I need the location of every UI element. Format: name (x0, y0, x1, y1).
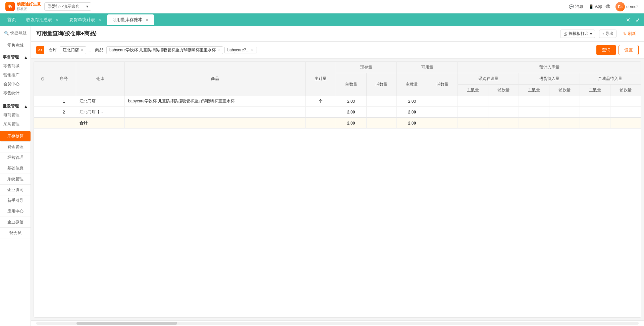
search-icon: 🔍 (4, 31, 9, 36)
th-stock: 现存量 (336, 62, 397, 73)
sidebar-search[interactable]: 🔍 快捷导航 (0, 26, 31, 40)
sidebar-item-basic[interactable]: 基础信息 (0, 163, 31, 174)
tab-order[interactable]: 要货单统计表 ✕ (64, 14, 107, 25)
sidebar-item-quick-nav[interactable]: 零售商城 (0, 40, 31, 51)
sidebar: 🔍 快捷导航 零售商城 零售管理 ▲ 零售商城 营销推广 会员中心 零售统计 批… (0, 26, 31, 326)
tab-bar-right: ✕ ⤢ (625, 16, 641, 24)
logo-sub: 标准版 (17, 7, 41, 11)
sidebar-item-retail-stats[interactable]: 零售统计 (2, 89, 29, 98)
product-tag-babycare[interactable]: babycare学饮杯 儿童防摔防撞吸管杯重力球吸嘴杯宝宝水杯 ✕ (106, 46, 223, 54)
data-table: ⚙ 序号 仓库 商品 主计量 现存量 可用量 预计入库量 主数量 辅数量 主数量… (34, 62, 641, 129)
query-button[interactable]: 查询 (596, 45, 616, 55)
main-content: 可用量查询(按仓库+商品) 🖨 按模板打印 ▾ ↑ 导出 ↻ 刷新 >> (31, 26, 644, 326)
tab-home[interactable]: 首页 (3, 14, 21, 25)
avatar: Ea (615, 2, 625, 11)
warehouse-label: 仓库 (48, 47, 57, 53)
print-icon: 🖨 (563, 32, 567, 36)
page-title: 可用量查询(按仓库+商品) (36, 30, 97, 37)
logo-icon: 畅 (5, 2, 15, 11)
sidebar-item-ecommerce[interactable]: 电商管理 (2, 110, 29, 120)
industry-selector[interactable]: 母婴行业演示账套 ▾ (44, 2, 91, 11)
sidebar-item-app-center[interactable]: 应用中心 (0, 206, 31, 217)
sidebar-item-newbie[interactable]: 新手引导 (0, 195, 31, 206)
export-icon: ↑ (602, 32, 604, 36)
user-action[interactable]: Ea demo2 (615, 2, 639, 11)
th-production: 产成品待入量 (580, 73, 641, 85)
expand-filter-button[interactable]: >> (36, 46, 44, 54)
sidebar-item-enterprise[interactable]: 企业协同 (0, 185, 31, 195)
sidebar-item-purchase[interactable]: 采购管理 (2, 120, 29, 129)
warehouse-filter-section: 仓库 江北门店 ✕ ... (48, 46, 91, 54)
close-tab-order[interactable]: ✕ (97, 17, 102, 22)
export-button[interactable]: ↑ 导出 (599, 30, 616, 38)
download-icon: 📱 (589, 4, 594, 9)
scrollbar-thumb[interactable] (76, 322, 177, 325)
th-inbound-sub: 辅数量 (549, 85, 580, 96)
remove-warehouse-tag[interactable]: ✕ (80, 48, 83, 52)
th-purchase-main: 主数量 (458, 85, 488, 96)
product-tags: babycare学饮杯 儿童防摔防撞吸管杯重力球吸嘴杯宝宝水杯 ✕ babyca… (106, 46, 257, 54)
th-unit: 主计量 (305, 62, 336, 96)
chevron-up-icon: ▲ (24, 55, 28, 60)
message-icon: 💬 (569, 4, 574, 9)
message-action[interactable]: 💬 消息 (569, 4, 583, 9)
gear-icon[interactable]: ⚙ (41, 76, 45, 82)
sidebar-item-retail-mall[interactable]: 零售商城 (2, 61, 29, 71)
th-product: 商品 (124, 62, 305, 96)
product-tag-babycare2[interactable]: babycare?... ✕ (224, 47, 257, 53)
tab-available[interactable]: 可用量库存账本 ✕ (107, 14, 154, 25)
settings-button[interactable]: 设置 (619, 45, 639, 55)
sidebar-item-finance[interactable]: 资金管理 (0, 142, 31, 152)
top-bar-right: 💬 消息 📱 App下载 Ea demo2 (569, 2, 639, 11)
table-footer (31, 320, 644, 326)
warehouse-more[interactable]: ... (88, 48, 91, 52)
horizontal-scrollbar[interactable] (36, 322, 639, 325)
page-header: 可用量查询(按仓库+商品) 🖨 按模板打印 ▾ ↑ 导出 ↻ 刷新 (31, 26, 644, 42)
refresh-icon: ↻ (623, 32, 627, 36)
sidebar-section-batch: 批发管理 ▲ 电商管理 采购管理 (0, 100, 31, 131)
print-button[interactable]: 🖨 按模板打印 ▾ (560, 30, 595, 38)
table-area: ⚙ 序号 仓库 商品 主计量 现存量 可用量 预计入库量 主数量 辅数量 主数量… (34, 61, 641, 318)
sidebar-item-system[interactable]: 系统管理 (0, 174, 31, 185)
sidebar-item-wechat[interactable]: 企业微信 (0, 217, 31, 228)
sidebar-item-member[interactable]: 畅会员 (0, 228, 31, 238)
th-warehouse: 仓库 (76, 62, 124, 96)
th-available: 可用量 (397, 62, 458, 73)
sidebar-item-operation[interactable]: 经营管理 (0, 152, 31, 163)
th-inbound: 进货待入量 (519, 73, 580, 85)
th-avail-main: 主数量 (397, 73, 427, 96)
table-row: 1 江北门店 babycare学饮杯 儿童防摔防撞吸管杯重力球吸嘴杯宝宝水杯 个… (34, 96, 641, 107)
sidebar-section-batch-header[interactable]: 批发管理 ▲ (2, 102, 29, 110)
remove-product-tag-2[interactable]: ✕ (251, 48, 254, 52)
th-stock-main: 主数量 (336, 73, 366, 96)
close-all-tabs-button[interactable]: ✕ (625, 16, 632, 24)
warehouse-tags: 江北门店 ✕ ... (60, 46, 91, 54)
th-production-sub: 辅数量 (610, 85, 641, 96)
chevron-down-icon-print: ▾ (590, 32, 592, 36)
warehouse-tag-jiangbei[interactable]: 江北门店 ✕ (60, 46, 86, 54)
refresh-button[interactable]: ↻ 刷新 (621, 30, 639, 38)
th-avail-sub: 辅数量 (427, 73, 458, 96)
sidebar-item-marketing[interactable]: 营销推广 (2, 71, 29, 80)
sidebar-section-retail-header[interactable]: 零售管理 ▲ (2, 53, 29, 61)
page-header-actions: 🖨 按模板打印 ▾ ↑ 导出 ↻ 刷新 (560, 30, 639, 38)
tab-receive[interactable]: 收发存汇总表 ✕ (21, 14, 64, 25)
th-stock-sub: 辅数量 (366, 73, 397, 96)
sidebar-search-button[interactable]: 🔍 快捷导航 (2, 29, 29, 37)
top-bar: 畅 畅捷通好生意 标准版 母婴行业演示账套 ▾ 💬 消息 📱 App下载 Ea … (0, 0, 644, 13)
chevron-up-icon-batch: ▲ (24, 104, 28, 109)
sidebar-item-member-center[interactable]: 会员中心 (2, 80, 29, 89)
download-action[interactable]: 📱 App下载 (589, 4, 610, 9)
tab-bar-left: 首页 收发存汇总表 ✕ 要货单统计表 ✕ 可用量库存账本 ✕ (3, 14, 154, 25)
sidebar-item-inventory[interactable]: 库存核算 (0, 131, 31, 142)
close-tab-receive[interactable]: ✕ (54, 17, 59, 22)
maximize-button[interactable]: ⤢ (634, 16, 641, 24)
close-tab-available[interactable]: ✕ (145, 17, 149, 22)
logo-area: 畅 畅捷通好生意 标准版 (5, 2, 41, 11)
logo-text: 畅捷通好生意 (17, 2, 41, 6)
remove-product-tag-1[interactable]: ✕ (217, 48, 220, 52)
th-production-main: 主数量 (580, 85, 610, 96)
th-forecast: 预计入库量 (458, 62, 641, 73)
content-area: 🔍 快捷导航 零售商城 零售管理 ▲ 零售商城 营销推广 会员中心 零售统计 批… (0, 26, 644, 326)
table-row: 2 江北门店【... 2.00 2.00 (34, 107, 641, 118)
